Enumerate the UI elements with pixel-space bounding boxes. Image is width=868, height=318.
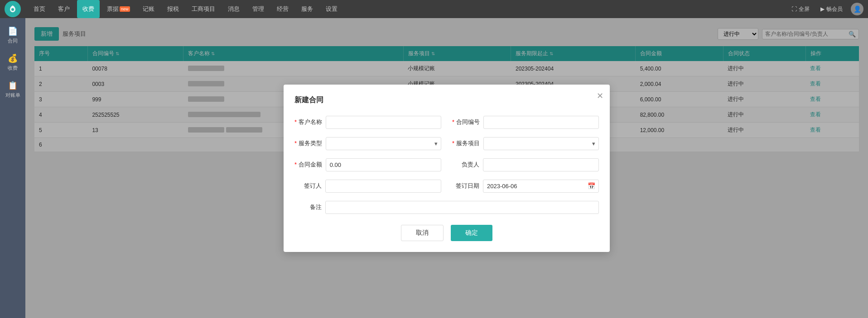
form-row-2: 服务类型 服务项目 [294,137,599,150]
service-type-label: 服务类型 [294,139,322,147]
service-item-select-wrap [483,137,599,150]
service-item-select[interactable] [483,137,599,150]
form-group-service-item: 服务项目 [452,137,599,150]
form-row-1: 客户名称 合同编号 [294,116,599,129]
sign-date-input[interactable] [483,180,599,193]
nav-message[interactable]: 消息 [222,0,245,18]
cancel-button[interactable]: 取消 [401,225,444,241]
nav-billing[interactable]: 收费 [77,0,100,18]
service-type-select-wrap [326,137,441,150]
nav-bookkeeping[interactable]: 记账 [137,0,160,18]
svg-point-0 [11,8,14,11]
content-area: 新增 服务项目 进行中 已完成 已终止 🔍 序号 [25,18,868,318]
nav-items: 首页 客户 收费 票据 new 记账 报税 工商项目 消息 管理 经营 服务 设… [28,0,789,18]
service-type-select[interactable] [326,137,441,150]
amount-input[interactable] [326,158,441,171]
nav-right: ⛶ 全屏 ▶ 畅会员 👤 [789,3,863,15]
member-button[interactable]: ▶ 畅会员 [818,5,845,14]
contract-no-input[interactable] [483,116,599,129]
new-contract-dialog: 新建合同 ✕ 客户名称 合同编号 服务类型 [284,85,610,252]
fullscreen-icon: ⛶ [791,6,797,12]
form-group-client: 客户名称 [294,116,441,129]
note-input[interactable] [325,201,599,214]
form-group-service-type: 服务类型 [294,137,441,150]
form-row-4: 签订人 签订日期 📅 [294,180,599,193]
form-group-owner: 负责人 [452,158,599,171]
dialog-overlay: 新建合同 ✕ 客户名称 合同编号 服务类型 [25,18,868,318]
dialog-close-button[interactable]: ✕ [597,91,603,101]
nav-service[interactable]: 服务 [296,0,318,18]
top-nav: 首页 客户 收费 票据 new 记账 报税 工商项目 消息 管理 经营 服务 设… [0,0,868,18]
nav-settings[interactable]: 设置 [320,0,343,18]
form-group-sign-date: 签订日期 📅 [452,180,599,193]
calendar-icon[interactable]: 📅 [588,182,595,190]
new-badge: new [120,6,130,12]
form-group-contract-no: 合同编号 [452,116,599,129]
form-group-amount: 合同金额 [294,158,441,171]
statement-icon: 📋 [8,81,18,90]
nav-client[interactable]: 客户 [53,0,75,18]
sign-date-label: 签订日期 [452,182,479,190]
logo-icon [5,1,21,17]
owner-label: 负责人 [452,161,479,169]
sign-date-wrap: 📅 [483,180,599,193]
fullscreen-button[interactable]: ⛶ 全屏 [789,5,812,14]
nav-home[interactable]: 首页 [28,0,51,18]
contract-icon: 📄 [8,26,18,36]
sidebar-item-contract[interactable]: 📄 合同 [0,23,25,48]
form-group-signer: 签订人 [294,180,441,193]
nav-operations[interactable]: 经营 [271,0,294,18]
form-row-3: 合同金额 负责人 [294,158,599,171]
amount-label: 合同金额 [294,161,322,169]
sidebar-item-statement[interactable]: 📋 对账单 [0,77,25,102]
sidebar: 📄 合同 💰 收费 📋 对账单 [0,18,25,318]
note-label: 备注 [294,203,322,211]
avatar[interactable]: 👤 [851,3,863,15]
form-row-5: 备注 [294,201,599,214]
client-name-label: 客户名称 [294,118,322,126]
client-name-input[interactable] [326,116,441,129]
signer-label: 签订人 [294,182,322,190]
dialog-footer: 取消 确定 [294,225,599,241]
owner-input[interactable] [483,158,599,171]
form-group-note: 备注 [294,201,599,214]
member-icon: ▶ [820,6,825,12]
contract-no-label: 合同编号 [452,118,480,126]
nav-tax[interactable]: 报税 [162,0,184,18]
main-layout: 📄 合同 💰 收费 📋 对账单 新增 服务项目 进行中 已完成 已终止 [0,18,868,318]
service-item-label: 服务项目 [452,139,480,147]
billing-icon: 💰 [8,53,18,63]
confirm-button[interactable]: 确定 [451,225,492,241]
nav-business[interactable]: 工商项目 [186,0,221,18]
dialog-title: 新建合同 [294,95,599,105]
signer-input[interactable] [325,180,441,193]
sidebar-item-billing[interactable]: 💰 收费 [0,50,25,75]
nav-management[interactable]: 管理 [247,0,270,18]
nav-invoice[interactable]: 票据 new [101,0,135,18]
